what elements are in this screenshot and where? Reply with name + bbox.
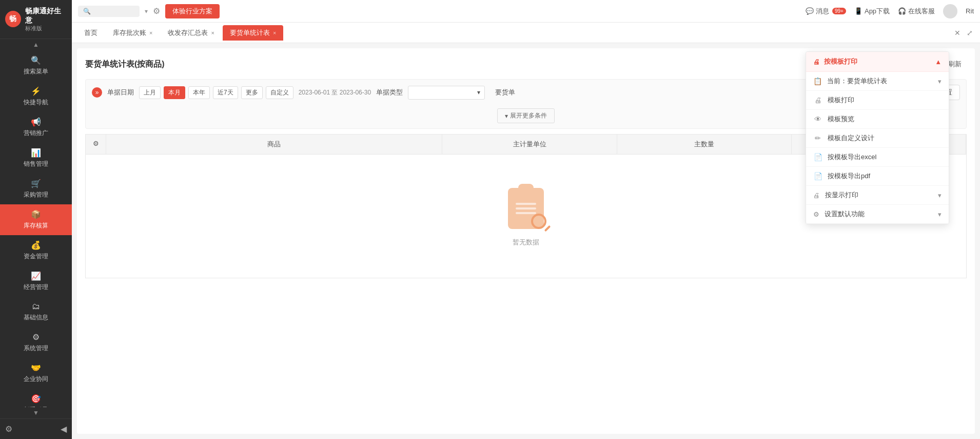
topbar: 🔍 ▾ ⚙ 体验行业方案 💬 消息 99+ 📱 App下载 🎧 在线客服 Rit [72, 0, 980, 23]
date-7days-btn[interactable]: 近7天 [213, 86, 238, 99]
sidebar-item-basic[interactable]: 🗂 基础信息 [0, 297, 72, 327]
chevron-down-icon: ▾ [477, 89, 480, 96]
tab-close-order-stats[interactable]: × [273, 30, 276, 36]
service-icon: 🎧 [898, 7, 906, 15]
download-icon: 📱 [854, 7, 863, 15]
set-default-icon: ⚙ [813, 211, 819, 218]
current-template-arrow: ▾ [938, 78, 942, 85]
quick-nav-icon: ⚡ [31, 86, 41, 96]
collapse-sidebar-btn[interactable]: ◀ [61, 424, 67, 434]
marketing-icon: 📢 [31, 117, 41, 127]
window-maximize-btn[interactable]: ⤢ [967, 29, 975, 37]
set-default-item[interactable]: ⚙ 设置默认功能 ▾ [806, 205, 949, 224]
sidebar-item-label: 基础信息 [24, 313, 48, 322]
sidebar-footer: ⚙ ◀ [0, 418, 72, 439]
sidebar-item-inventory[interactable]: 📦 库存核算 [0, 204, 72, 235]
current-template-item: 📋 当前：要货单统计表 ▾ [806, 72, 949, 91]
trial-industry-button[interactable]: 体验行业方案 [165, 4, 220, 18]
settings-gear-icon[interactable]: ⚙ [153, 6, 160, 16]
tab-inventory-batch[interactable]: 库存批次账 × [106, 25, 160, 41]
type-filter-label: 单据类型 [376, 88, 403, 97]
sidebar-item-sales[interactable]: 📊 销售管理 [0, 143, 72, 174]
tab-home[interactable]: 首页 [77, 25, 105, 41]
tab-close-inventory-batch[interactable]: × [149, 30, 152, 36]
sales-icon: 📊 [31, 148, 41, 158]
sidebar-item-label: 营销推广 [24, 129, 48, 138]
date-this-year-btn[interactable]: 本年 [188, 86, 210, 99]
sidebar-item-label: 销售管理 [24, 160, 48, 168]
scroll-down-arrow[interactable]: ▼ [33, 409, 39, 416]
inventory-icon: 📦 [31, 209, 41, 219]
template-export-excel-item[interactable]: 📄 按模板导出excel [806, 148, 949, 167]
tab-receipt-summary[interactable]: 收发存汇总表 × [161, 25, 221, 41]
sidebar-scroll-up[interactable]: ▲ [0, 39, 72, 50]
template-preview-item[interactable]: 👁 模板预览 [806, 110, 949, 129]
date-range-display: 2023-06-01 至 2023-06-30 [299, 88, 371, 97]
app-logo: 畅 畅康通好生意 标准版 [0, 0, 72, 39]
col-product: 商品 [106, 135, 442, 154]
expand-more-btn[interactable]: ▾ 展开更多条件 [497, 108, 555, 123]
filter-expand-icon[interactable]: » [92, 87, 102, 98]
sidebar-item-label: 系统管理 [24, 344, 48, 353]
sidebar-item-search[interactable]: 🔍 搜索菜单 [0, 50, 72, 81]
dropdown-title: 按模板打印 [824, 57, 857, 66]
sidebar-item-corp[interactable]: 🤝 企业协同 [0, 358, 72, 389]
finance-icon: 💰 [31, 240, 41, 250]
sidebar-item-quick-nav[interactable]: ⚡ 快捷导航 [0, 81, 72, 112]
system-icon: ⚙ [32, 332, 40, 342]
settings-bottom-btn[interactable]: ⚙ [5, 424, 12, 434]
sidebar-item-guide[interactable]: 🎯 新手引导 [0, 389, 72, 407]
search-text-label: ▾ [145, 8, 148, 15]
sidebar-item-system[interactable]: ⚙ 系统管理 [0, 327, 72, 358]
app-download-btn[interactable]: 📱 App下载 [854, 7, 890, 16]
sidebar-item-business[interactable]: 📈 经营管理 [0, 266, 72, 297]
online-service-btn[interactable]: 🎧 在线客服 [898, 7, 935, 16]
type-filter-select[interactable]: ▾ [408, 86, 485, 100]
magnifier-icon [531, 214, 546, 229]
sidebar-scroll-down[interactable]: ▼ [0, 407, 72, 418]
date-last-month-btn[interactable]: 上月 [139, 86, 161, 99]
empty-text: 暂无数据 [513, 238, 539, 247]
dropdown-collapse-btn[interactable]: ▲ [935, 58, 942, 66]
tab-close-receipt-summary[interactable]: × [211, 30, 214, 36]
template-export-pdf-item[interactable]: 📄 按模板导出pdf [806, 167, 949, 186]
purchase-icon: 🛒 [31, 179, 41, 188]
set-default-arrow: ▾ [938, 211, 942, 218]
col-quantity: 主数量 [617, 135, 792, 154]
app-version: 标准版 [25, 25, 67, 32]
search-nav-icon: 🔍 [31, 55, 41, 65]
window-close-btn[interactable]: ✕ [954, 29, 963, 37]
date-custom-btn[interactable]: 自定义 [266, 86, 293, 99]
date-more-btn[interactable]: 更多 [241, 86, 263, 99]
display-print-arrow: ▾ [938, 192, 942, 199]
sidebar-item-marketing[interactable]: 📢 营销推广 [0, 112, 72, 143]
display-print-item[interactable]: 🖨 按显示打印 ▾ [806, 186, 949, 205]
sidebar-item-label: 企业协同 [24, 375, 48, 384]
tab-order-stats[interactable]: 要货单统计表 × [223, 25, 283, 41]
topbar-search[interactable]: 🔍 [78, 6, 140, 17]
scroll-up-arrow[interactable]: ▲ [33, 41, 39, 48]
date-filter-label: 单据日期 [107, 88, 134, 97]
corp-icon: 🤝 [31, 363, 41, 373]
guide-icon: 🎯 [31, 394, 41, 404]
user-avatar[interactable] [943, 4, 957, 18]
messages-badge: 99+ [832, 8, 846, 14]
date-buttons: 上月 本月 本年 近7天 更多 自定义 [139, 86, 293, 99]
messages-btn[interactable]: 💬 消息 99+ [806, 7, 846, 16]
template-design-icon: ✏ [813, 134, 822, 142]
export-pdf-icon: 📄 [813, 172, 822, 180]
page-title: 要货单统计表(按商品) [85, 59, 165, 70]
sidebar-item-finance[interactable]: 💰 资金管理 [0, 235, 72, 266]
empty-illustration [503, 185, 549, 232]
message-icon: 💬 [806, 7, 814, 15]
sidebar-item-label: 采购管理 [24, 190, 48, 199]
logo-icon: 畅 [5, 11, 21, 27]
template-print-item[interactable]: 🖨 模板打印 [806, 91, 949, 110]
order-type-label: 要货单 [495, 88, 515, 97]
template-design-item[interactable]: ✏ 模板自定义设计 [806, 129, 949, 148]
col-settings[interactable]: ⚙ [86, 135, 106, 154]
sidebar-item-purchase[interactable]: 🛒 采购管理 [0, 174, 72, 204]
sidebar-item-label: 快捷导航 [24, 98, 48, 107]
app-name: 畅康通好生意 [25, 6, 67, 25]
date-this-month-btn[interactable]: 本月 [164, 86, 185, 99]
